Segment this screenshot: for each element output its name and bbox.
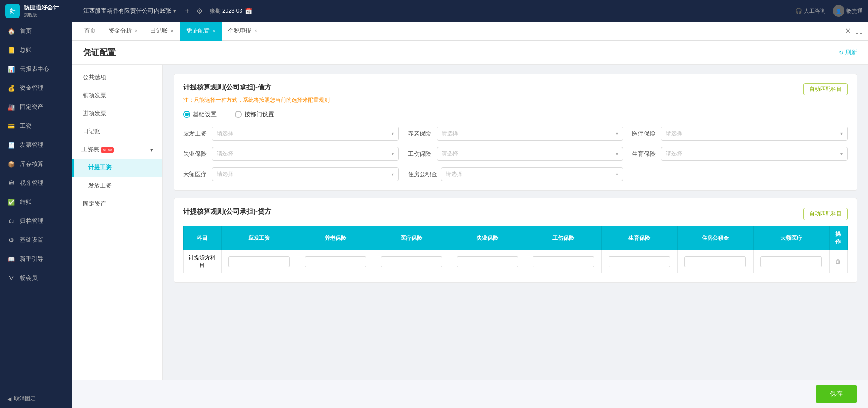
tax-icon: 🏛 [7, 179, 15, 187]
auto-match-button-debit[interactable]: 自动匹配科目 [803, 83, 848, 95]
pin-icon: ◀ [7, 396, 11, 402]
sidebar-item-home[interactable]: 🏠 首页 [0, 22, 72, 41]
nav-item-fixed-asset[interactable]: 固定资产 [72, 195, 162, 213]
input-shiye[interactable] [457, 256, 518, 267]
header-right: 🎧 人工咨询 👤 畅捷通 [795, 5, 863, 17]
nav-item-sales-invoice[interactable]: 销项发票 [72, 86, 162, 104]
delete-icon[interactable]: 🗑 [835, 258, 841, 265]
logo-text: 畅捷通好会计 旗舰版 [24, 4, 59, 18]
select-yiliao[interactable]: 请选择 ▾ [661, 127, 848, 141]
select-gongshang[interactable]: 请选择 ▾ [437, 147, 623, 161]
sidebar-item-asset[interactable]: 🏭 固定资产 [0, 98, 72, 117]
col-header-kemu: 科目 [184, 226, 222, 250]
sidebar-item-funds[interactable]: 💰 资金管理 [0, 79, 72, 98]
page-header: 凭证配置 ↻ 刷新 [72, 41, 868, 65]
refresh-icon: ↻ [839, 49, 844, 56]
section2-title: 计提核算规则(公司承担)-贷方 [183, 207, 271, 216]
select-dae[interactable]: 请选择 ▾ [212, 167, 399, 181]
tab-journal[interactable]: 日记账 × [144, 22, 179, 41]
input-yingfa[interactable] [228, 256, 290, 267]
sidebar-item-inventory[interactable]: 📦 库存核算 [0, 155, 72, 174]
chevron-shengyu-icon: ▾ [840, 151, 843, 156]
radio-row: 基础设置 按部门设置 [183, 110, 848, 118]
company-dropdown-icon[interactable]: ▾ [173, 8, 176, 14]
col-header-caozuo: 操作 [829, 226, 847, 250]
sidebar-item-guide[interactable]: 📖 新手引导 [0, 249, 72, 268]
nav-item-journal[interactable]: 日记账 [72, 122, 162, 141]
input-shengyu[interactable] [609, 256, 670, 267]
select-shengyu[interactable]: 请选择 ▾ [661, 147, 848, 161]
sidebar-item-invoice[interactable]: 🧾 发票管理 [0, 136, 72, 155]
tab-funds-analysis[interactable]: 资金分析 × [102, 22, 144, 41]
credit-table: 科目 应发工资 养老保险 医疗保险 失业保险 工伤保险 生育保险 住房公积金 大… [183, 226, 848, 273]
asset-icon: 🏭 [7, 103, 15, 111]
col-header-yingfa: 应发工资 [221, 226, 297, 250]
radio-basic[interactable]: 基础设置 [183, 110, 217, 118]
tab-close-voucher[interactable]: × [212, 28, 215, 33]
ledger-icon: 📒 [7, 46, 15, 54]
sidebar: 🏠 首页 📒 总账 📊 云报表中心 💰 资金管理 🏭 固定资产 💳 工资 🧾 发… [0, 22, 72, 408]
logo-icon: 好 [5, 4, 20, 18]
sidebar-item-tax[interactable]: 🏛 税务管理 [0, 174, 72, 192]
section-debit: 计提核算规则(公司承担)-借方 注：只能选择一种方式，系统将按照您当前的选择来配… [174, 74, 857, 191]
input-yiliao[interactable] [381, 256, 442, 267]
refresh-button[interactable]: ↻ 刷新 [839, 48, 857, 56]
tab-close-journal[interactable]: × [170, 28, 173, 33]
settle-icon: ✅ [7, 198, 15, 206]
close-all-icon[interactable]: ✕ [845, 27, 851, 35]
input-gongshang[interactable] [533, 256, 594, 267]
field-yingfa-gongzi: 应发工资 请选择 ▾ [183, 127, 399, 141]
field-gongshang: 工伤保险 请选择 ▾ [408, 147, 623, 161]
radio-basic-circle [183, 111, 190, 118]
radio-dept-circle [235, 111, 242, 118]
section-credit: 计提核算规则(公司承担)-贷方 自动匹配科目 科目 应发工资 养老保险 医疗保险… [174, 198, 857, 283]
sidebar-item-archive[interactable]: 🗂 归档管理 [0, 211, 72, 230]
chevron-dae-icon: ▾ [392, 172, 394, 177]
cancel-pin-button[interactable]: ◀ 取消固定 [0, 389, 72, 408]
sidebar-item-report[interactable]: 📊 云报表中心 [0, 60, 72, 79]
salary-icon: 💳 [7, 122, 15, 130]
headset-icon: 🎧 [795, 8, 802, 14]
chevron-gongjijin-icon: ▾ [616, 172, 618, 177]
tab-home[interactable]: 首页 [78, 22, 102, 41]
funds-icon: 💰 [7, 84, 15, 92]
select-yanglao[interactable]: 请选择 ▾ [437, 127, 623, 141]
input-gongjijin[interactable] [684, 256, 746, 267]
calendar-icon[interactable]: 📅 [245, 8, 252, 14]
nav-item-salary-table[interactable]: 工资表 NEW ▾ [72, 141, 162, 159]
select-gongjijin[interactable]: 请选择 ▾ [441, 167, 623, 181]
new-badge: NEW [101, 147, 114, 153]
left-nav: 公共选项 销项发票 进项发票 日记账 工资表 NEW ▾ 计提工资 发放工资 固… [72, 65, 163, 380]
sidebar-item-settle[interactable]: ✅ 结账 [0, 192, 72, 211]
nav-item-public[interactable]: 公共选项 [72, 68, 162, 86]
sidebar-item-member[interactable]: V 畅会员 [0, 268, 72, 287]
page-title: 凭证配置 [83, 47, 116, 58]
header-middle: 江西服宝精品有限责任公司内账张 ▾ ＋ ⚙ 账期 2023-03 📅 [78, 6, 795, 16]
tab-voucher-config[interactable]: 凭证配置 × [180, 22, 222, 41]
nav-item-salary-pay[interactable]: 发放工资 [72, 177, 162, 195]
tab-tax[interactable]: 个税申报 × [222, 22, 263, 41]
sidebar-item-salary[interactable]: 💳 工资 [0, 117, 72, 136]
input-yanglao[interactable] [305, 256, 366, 267]
tab-close-tax[interactable]: × [254, 28, 257, 33]
auto-match-button-credit[interactable]: 自动匹配科目 [803, 208, 848, 220]
sidebar-item-settings[interactable]: ⚙ 基础设置 [0, 230, 72, 249]
input-dae[interactable] [760, 256, 822, 267]
field-yanglao: 养老保险 请选择 ▾ [408, 127, 623, 141]
select-yingfa[interactable]: 请选择 ▾ [212, 127, 399, 141]
tab-close-funds-analysis[interactable]: × [135, 28, 137, 33]
add-icon[interactable]: ＋ [184, 6, 191, 16]
settings-icon[interactable]: ⚙ [196, 7, 203, 15]
support-button[interactable]: 🎧 人工咨询 [795, 7, 826, 15]
save-button[interactable]: 保存 [816, 385, 857, 403]
inventory-icon: 📦 [7, 160, 15, 168]
nav-item-purchase-invoice[interactable]: 进项发票 [72, 104, 162, 122]
company-name: 江西服宝精品有限责任公司内账张 [83, 7, 171, 15]
user-button[interactable]: 👤 畅捷通 [833, 5, 863, 17]
fullscreen-icon[interactable]: ⛶ [855, 27, 863, 35]
radio-department[interactable]: 按部门设置 [235, 110, 274, 118]
sidebar-item-ledger[interactable]: 📒 总账 [0, 41, 72, 60]
nav-item-salary-accrual[interactable]: 计提工资 [72, 159, 162, 177]
select-shiye[interactable]: 请选择 ▾ [212, 147, 399, 161]
gear-icon: ⚙ [7, 236, 15, 244]
